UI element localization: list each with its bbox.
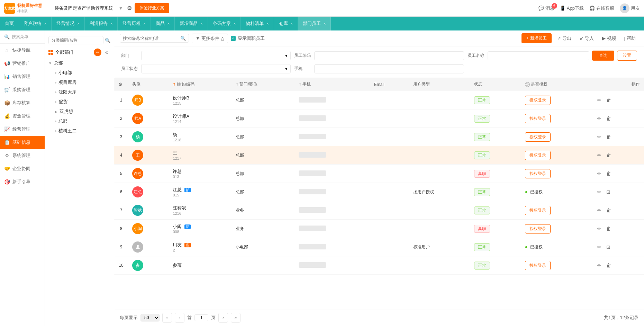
empname-input[interactable]: [488, 51, 589, 60]
close-icon[interactable]: ×: [110, 21, 112, 26]
tab-customer[interactable]: 客户联络 ×: [19, 17, 52, 30]
delete-button[interactable]: 🗑: [605, 97, 613, 104]
tree-node-shuanghu[interactable]: ▶ 双虎想: [45, 107, 114, 116]
edit-button[interactable]: ✏: [596, 170, 603, 177]
close-icon[interactable]: ×: [200, 21, 202, 26]
delete-button[interactable]: 🗑: [605, 115, 613, 122]
tab-bom[interactable]: 物料清单 ×: [241, 17, 274, 30]
copy-button[interactable]: ⊡: [605, 244, 612, 250]
tab-goods[interactable]: 商品 ×: [151, 17, 175, 30]
sidebar-item-basic-info[interactable]: 📋 基础信息: [0, 136, 45, 149]
edit-button[interactable]: ✏: [596, 262, 603, 269]
auth-login-button[interactable]: 授权登录: [525, 96, 551, 105]
edit-button[interactable]: ✏: [596, 115, 603, 122]
dropdown-arrow-icon[interactable]: ▼: [119, 6, 123, 11]
sidebar-item-system[interactable]: ⚙ 系统管理: [0, 149, 45, 162]
collapse-tree-button[interactable]: «: [103, 49, 110, 56]
delete-button[interactable]: 🗑: [605, 262, 613, 269]
th-phone[interactable]: ⬆ 手机: [294, 78, 370, 91]
edit-button[interactable]: ✏: [596, 225, 603, 232]
add-dept-button[interactable]: ✏: [94, 49, 101, 56]
sidebar-item-collab[interactable]: 🤝 企业协同: [0, 162, 45, 175]
sidebar-item-marketing[interactable]: 📢 营销推广: [0, 57, 45, 70]
auth-login-button[interactable]: 授权登录: [525, 114, 551, 123]
online-service-button[interactable]: 🎧 在线客服: [589, 5, 614, 11]
delete-button[interactable]: 🗑: [605, 133, 613, 140]
trial-button[interactable]: 体验行业方案: [135, 3, 169, 13]
tree-node-zongbu[interactable]: 总部: [45, 116, 114, 126]
page-size-select[interactable]: 50 20 100: [140, 314, 160, 321]
close-icon[interactable]: ×: [291, 21, 293, 26]
video-button[interactable]: ▶ 视频: [599, 34, 619, 43]
auth-login-button[interactable]: 授权登录: [525, 169, 551, 178]
close-icon[interactable]: ×: [143, 21, 145, 26]
auth-login-button[interactable]: 授权登录: [525, 261, 551, 270]
tree-search-input[interactable]: [48, 36, 103, 44]
tab-employees[interactable]: 部门员工 ×: [298, 17, 331, 30]
dept-select[interactable]: ▾: [141, 51, 291, 60]
settings-button[interactable]: 设置: [617, 51, 637, 61]
add-employee-button[interactable]: + 新增员工: [521, 33, 551, 43]
edit-button[interactable]: ✏: [596, 207, 603, 214]
empcode-input[interactable]: [314, 51, 464, 60]
close-icon[interactable]: ×: [234, 21, 236, 26]
tab-profit[interactable]: 利润报告 ×: [85, 17, 118, 30]
tab-add-goods[interactable]: 新增商品 ×: [175, 17, 208, 30]
info-icon[interactable]: ①: [525, 82, 530, 87]
close-icon[interactable]: ×: [167, 21, 170, 26]
export-button[interactable]: ↗ 导出: [554, 34, 574, 43]
auth-login-button[interactable]: 授权登录: [525, 206, 551, 215]
import-button[interactable]: ↙ 导入: [577, 34, 597, 43]
tree-node-project[interactable]: 项目库房: [45, 78, 114, 87]
message-button[interactable]: 💬 消息 6: [538, 5, 554, 11]
sidebar-item-sales[interactable]: 📊 销售管理: [0, 70, 45, 83]
page-input[interactable]: [194, 314, 208, 321]
sidebar-item-inventory[interactable]: 📦 库存核算: [0, 96, 45, 109]
empstatus-select[interactable]: ▾: [141, 64, 291, 73]
edit-button[interactable]: ✏: [596, 133, 603, 140]
edit-button[interactable]: ✏: [596, 244, 603, 250]
search-input[interactable]: [123, 36, 178, 41]
filter-more-button[interactable]: ▼ 更多条件 △: [192, 34, 228, 43]
auth-login-button[interactable]: 授权登录: [525, 132, 551, 142]
tree-node-shenyang[interactable]: 沈阳大库: [45, 87, 114, 97]
user-menu[interactable]: 👤 用友: [620, 3, 640, 13]
close-icon[interactable]: ×: [44, 21, 46, 26]
tab-business[interactable]: 经营情况 ×: [52, 17, 84, 30]
delete-button[interactable]: 🗑: [605, 170, 613, 177]
gear-icon[interactable]: ⚙: [127, 5, 132, 11]
next-page-button[interactable]: ›: [218, 313, 228, 323]
tree-node-plantree[interactable]: 植树王二: [45, 126, 114, 136]
sidebar-item-purchase[interactable]: 🛒 采购管理: [0, 83, 45, 96]
auth-login-button[interactable]: 授权登录: [525, 224, 551, 234]
edit-button[interactable]: ✏: [596, 188, 603, 195]
th-settings[interactable]: ⚙: [114, 78, 128, 91]
th-dept[interactable]: ⬆ 部门/职位: [232, 78, 294, 91]
close-icon[interactable]: ×: [77, 21, 79, 26]
tab-warehouse[interactable]: 仓库 ×: [274, 17, 298, 30]
phone-input[interactable]: [314, 64, 464, 73]
last-page-button[interactable]: »: [231, 313, 241, 323]
delete-button[interactable]: 🗑: [605, 152, 613, 159]
query-button[interactable]: 查询: [592, 51, 614, 61]
tab-barcode[interactable]: 条码方案 ×: [208, 17, 241, 30]
delete-button[interactable]: 🗑: [605, 225, 613, 232]
tree-node-xiaodibu[interactable]: 小电部: [45, 68, 114, 78]
app-download-button[interactable]: 📱 App下载: [560, 5, 584, 11]
copy-button[interactable]: ⊡: [605, 188, 612, 195]
show-resigned-toggle[interactable]: ✓ 显示离职员工: [231, 35, 265, 42]
first-page-button[interactable]: «: [162, 313, 172, 323]
tree-search-icon[interactable]: 🔍: [105, 38, 110, 43]
sidebar-item-finance[interactable]: 💰 资金管理: [0, 109, 45, 123]
sidebar-item-quick-nav[interactable]: ⌂ 快捷导航: [0, 44, 45, 57]
close-icon[interactable]: ×: [324, 21, 326, 26]
close-icon[interactable]: ×: [266, 21, 269, 26]
search-menu-item[interactable]: 🔍 搜索菜单: [0, 30, 45, 44]
edit-button[interactable]: ✏: [596, 152, 603, 159]
auth-login-button[interactable]: 授权登录: [525, 151, 551, 160]
tree-node-root[interactable]: ▼ 总部: [45, 58, 114, 68]
search-icon[interactable]: 🔍: [180, 36, 186, 41]
tab-history[interactable]: 经营历程 ×: [118, 17, 151, 30]
tab-home[interactable]: 首页: [0, 17, 19, 30]
help-button[interactable]: | 帮助: [622, 34, 638, 43]
